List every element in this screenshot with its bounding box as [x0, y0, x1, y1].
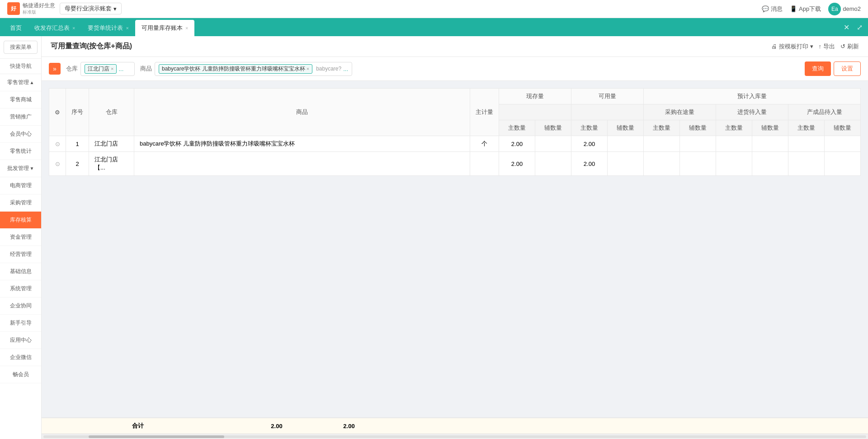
nav-right-actions: ✕ ⤢ [842, 18, 864, 36]
row-gear[interactable]: ⊙ [49, 152, 66, 176]
sidebar-item-member[interactable]: 会员中心 [0, 126, 41, 143]
filter-product-tag1-close[interactable]: × [307, 66, 309, 71]
filter-actions: 查询 设置 [805, 61, 861, 76]
refresh-icon: ↺ [840, 43, 845, 50]
table-wrapper: ⚙ 序号 仓库 商品 主计量 现存量 可用量 预计入库量 采购在途量 进货待入量 [42, 81, 868, 417]
app-download-item[interactable]: 📱 App下载 [790, 5, 821, 13]
tab-inventory-close[interactable]: × [185, 25, 188, 31]
filter-product-input[interactable]: babycare学饮杯 儿童防摔防撞吸管杯重力球吸嘴杯宝宝水杯 × babyca… [155, 62, 352, 76]
sidebar-item-marketing[interactable]: 营销推广 [0, 109, 41, 126]
sidebar-item-enterprise-wechat[interactable]: 企业微信 [0, 349, 41, 366]
logo-text-block: 畅捷通好生意 标准版 [23, 2, 55, 15]
tenant-name: 母婴行业演示账套 [65, 5, 112, 13]
sidebar-item-ecommerce[interactable]: 电商管理 [0, 177, 41, 194]
username: demo2 [843, 5, 861, 12]
row-stock-aux [535, 136, 571, 152]
tab-inventory-label: 可用量库存账本 [142, 24, 183, 32]
user-item[interactable]: Ea demo2 [828, 3, 861, 15]
sidebar-item-app-center[interactable]: 应用中心 [0, 332, 41, 349]
sidebar-item-inventory[interactable]: 库存核算 [0, 212, 41, 229]
sidebar-item-finance[interactable]: 资金管理 [0, 229, 41, 246]
print-button[interactable]: 🖨 按模板打印 ▾ [771, 42, 813, 51]
table-scroll-bar[interactable] [42, 434, 868, 439]
top-bar: 好 畅捷通好生意 标准版 母婴行业演示账套 ▾ 💬 消息 📱 App下载 Ea … [0, 0, 868, 18]
col-product-header: 商品 [134, 89, 470, 136]
col-gear-header[interactable]: ⚙ [49, 89, 66, 136]
tab-orders[interactable]: 要货单统计表 × [81, 20, 135, 36]
col-produce-main-header: 主数量 [788, 120, 825, 136]
sidebar-enterprise-wechat-label: 企业微信 [10, 354, 32, 361]
row-produce-aux [825, 152, 861, 176]
filter-warehouse-input[interactable]: 江北门店 × ... [80, 62, 135, 76]
export-button[interactable]: ↑ 导出 [819, 42, 835, 51]
filter-product-label: 商品 [140, 65, 152, 73]
sidebar: 搜索菜单 快捷导航 零售管理 ▲ 零售商城 营销推广 会员中心 零售统计 批发管… [0, 36, 42, 439]
sidebar-app-center-label: 应用中心 [10, 336, 32, 344]
row-inbound-main [716, 152, 752, 176]
sidebar-item-operation[interactable]: 经营管理 [0, 246, 41, 263]
print-arrow-icon: ▾ [810, 43, 813, 50]
sidebar-item-onboarding[interactable]: 新手引导 [0, 315, 41, 332]
filter-expand-button[interactable]: » [49, 63, 61, 75]
row-stock-main: 2.00 [499, 152, 535, 176]
sidebar-marketing-label: 营销推广 [10, 113, 32, 121]
col-produce-pending-header: 产成品待入量 [788, 104, 861, 120]
col-warehouse-header: 仓库 [89, 89, 134, 136]
nav-tabs: 首页 收发存汇总表 × 要货单统计表 × 可用量库存账本 × ✕ ⤢ [0, 18, 868, 36]
col-produce-aux-header: 辅数量 [825, 120, 861, 136]
scroll-track [43, 435, 866, 438]
filter-warehouse-tag-close[interactable]: × [111, 66, 113, 71]
sidebar-item-enterprise[interactable]: 企业协同 [0, 297, 41, 315]
row-stock-aux [535, 152, 571, 176]
top-bar-right: 💬 消息 📱 App下载 Ea demo2 [762, 3, 861, 15]
tab-orders-label: 要货单统计表 [88, 24, 123, 32]
tab-home-label: 首页 [10, 24, 22, 32]
page-header: 可用量查询(按仓库+商品) 🖨 按模板打印 ▾ ↑ 导出 ↺ 刷新 [42, 36, 868, 57]
tenant-selector[interactable]: 母婴行业演示账套 ▾ [60, 3, 122, 14]
row-produce-aux [825, 136, 861, 152]
sidebar-ecommerce-label: 电商管理 [10, 182, 32, 189]
filter-warehouse-dots[interactable]: ... [118, 66, 123, 72]
query-button[interactable]: 查询 [805, 61, 831, 76]
sidebar-item-retail-store[interactable]: 零售商城 [0, 91, 41, 109]
sidebar-onboarding-label: 新手引导 [10, 319, 32, 327]
filter-product-dots[interactable]: ... [343, 66, 348, 72]
setting-button[interactable]: 设置 [834, 61, 861, 76]
sidebar-retail-mgmt-label: 零售管理 [7, 79, 29, 86]
sidebar-item-wholesale-mgmt[interactable]: 批发管理 ▼ [0, 160, 41, 177]
avatar: Ea [828, 3, 841, 15]
sidebar-item-purchase[interactable]: 采购管理 [0, 194, 41, 212]
tab-receivables-close[interactable]: × [72, 25, 75, 31]
nav-close-btn[interactable]: ✕ [842, 21, 851, 33]
sidebar-enterprise-label: 企业协同 [10, 302, 32, 310]
sidebar-item-vip[interactable]: 畅会员 [0, 366, 41, 383]
search-menu-button[interactable]: 搜索菜单 [4, 41, 38, 54]
filter-bar: » 仓库 江北门店 × ... 商品 babycare学饮杯 儿童防摔防撞吸管杯… [42, 57, 868, 81]
logo-text: 畅捷通好生意 [23, 2, 55, 9]
sidebar-quick-nav[interactable]: 快捷导航 [0, 59, 41, 74]
sidebar-item-system[interactable]: 系统管理 [0, 280, 41, 297]
filter-warehouse-tag: 江北门店 × [85, 64, 117, 74]
col-stock-main-header: 主数量 [499, 120, 535, 136]
filter-warehouse-label: 仓库 [66, 65, 78, 73]
tab-receivables[interactable]: 收发存汇总表 × [28, 20, 81, 36]
nav-expand-btn[interactable]: ⤢ [855, 21, 864, 33]
col-inbound-main-header: 主数量 [716, 120, 752, 136]
message-item[interactable]: 💬 消息 [762, 5, 783, 13]
refresh-button[interactable]: ↺ 刷新 [840, 42, 859, 51]
row-no: 2 [66, 152, 89, 176]
row-gear[interactable]: ⊙ [49, 136, 66, 152]
sidebar-item-retail-mgmt[interactable]: 零售管理 ▲ [0, 74, 41, 91]
tab-inventory[interactable]: 可用量库存账本 × [135, 20, 194, 36]
filter-product-item: 商品 babycare学饮杯 儿童防摔防撞吸管杯重力球吸嘴杯宝宝水杯 × bab… [140, 62, 352, 76]
page-actions: 🖨 按模板打印 ▾ ↑ 导出 ↺ 刷新 [771, 42, 859, 51]
tab-home[interactable]: 首页 [4, 20, 28, 36]
footer-stock-main: 2.00 [259, 423, 295, 430]
row-produce-main [788, 152, 825, 176]
filter-product-tag1-value: babycare学饮杯 儿童防摔防撞吸管杯重力球吸嘴杯宝宝水杯 [162, 65, 305, 73]
row-stock-main: 2.00 [499, 136, 535, 152]
tab-orders-close[interactable]: × [126, 25, 128, 31]
sidebar-item-retail-stats[interactable]: 零售统计 [0, 143, 41, 160]
tab-receivables-label: 收发存汇总表 [34, 24, 70, 32]
sidebar-item-basic-info[interactable]: 基础信息 [0, 263, 41, 280]
